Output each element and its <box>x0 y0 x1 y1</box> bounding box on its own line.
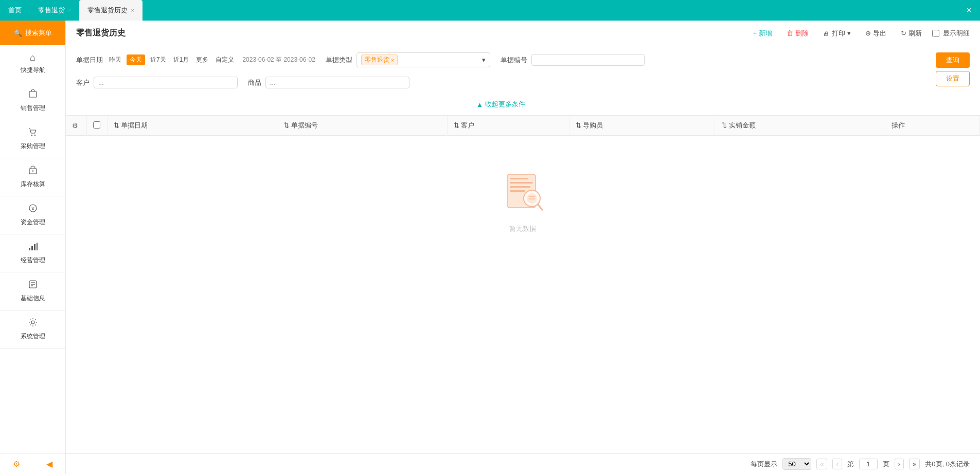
delete-icon: 🗑 <box>787 29 793 37</box>
page-size-label: 每页显示 <box>751 460 777 469</box>
date-opt-today[interactable]: 今天 <box>127 54 145 65</box>
filter-customer: 客户 <box>76 77 238 88</box>
finance-icon: ¥ <box>28 204 38 215</box>
filter-settings-button[interactable]: 设置 <box>936 71 970 86</box>
tab-retail-return[interactable]: 零售退货 × <box>30 0 79 21</box>
svg-rect-20 <box>510 190 525 192</box>
export-button[interactable]: ⊕ 导出 <box>861 27 890 40</box>
date-opt-custom[interactable]: 自定义 <box>213 55 236 65</box>
type-selector[interactable]: 零售退货 × ▾ <box>357 52 490 67</box>
prev-page-button[interactable]: ‹ <box>832 459 842 469</box>
select-all-checkbox[interactable] <box>93 121 100 129</box>
query-button[interactable]: 查询 <box>936 52 970 68</box>
type-label: 单据类型 <box>326 56 352 65</box>
svg-point-1 <box>31 135 32 136</box>
empty-illustration <box>497 167 548 218</box>
svg-point-22 <box>527 193 537 204</box>
basicinfo-icon <box>28 280 38 291</box>
content-area: 零售退货历史 + 新增 🗑 删除 🖨 打印 ▾ ⊕ 导出 ↻ <box>66 21 980 474</box>
date-opt-1month[interactable]: 近1月 <box>171 55 191 65</box>
customer-input[interactable] <box>94 77 238 88</box>
date-label: 单据日期 <box>76 56 103 65</box>
goods-input[interactable] <box>265 77 409 88</box>
sidebar-collapse-icon[interactable]: ◀ <box>46 459 52 469</box>
table-footer: 每页显示 50 20 100 « ‹ 第 1 页 › » 共0页, 0条记录 <box>66 453 980 474</box>
th-settings: ⚙ <box>66 116 86 136</box>
date-opt-more[interactable]: 更多 <box>194 55 210 65</box>
tab-home[interactable]: 首页 <box>0 0 30 21</box>
total-info: 共0页, 0条记录 <box>925 460 970 469</box>
th-operation: 操作 <box>885 116 979 136</box>
date-range-display: 2023-06-02 至 2023-06-02 <box>242 56 315 64</box>
empty-text: 暂无数据 <box>509 224 536 233</box>
purchase-icon <box>28 127 38 139</box>
refresh-button[interactable]: ↻ 刷新 <box>897 27 926 40</box>
svg-point-15 <box>31 321 34 324</box>
filter-date: 单据日期 昨天 今天 近7天 近1月 更多 自定义 2023-06-02 至 2… <box>76 54 315 65</box>
filter-row-2: 客户 商品 <box>76 77 925 88</box>
customer-label: 客户 <box>76 78 90 87</box>
sidebar-item-basicinfo[interactable]: 基础信息 <box>0 272 65 311</box>
main-layout: 🔍 搜索菜单 ⌂ 快捷导航 销售管理 采购管理 库存核算 <box>0 21 980 474</box>
sidebar-item-finance[interactable]: ¥ 资金管理 <box>0 196 65 234</box>
window-close-button[interactable]: × <box>966 5 972 16</box>
table-body: 暂无数据 <box>66 136 980 249</box>
docnumber-input[interactable] <box>531 54 645 66</box>
sidebar-item-sysmanage[interactable]: 系统管理 <box>0 311 65 349</box>
tab-retail-return-history[interactable]: 零售退货历史 × <box>79 0 142 21</box>
svg-rect-7 <box>29 248 30 250</box>
show-detail-checkbox[interactable] <box>932 30 939 37</box>
page-unit: 页 <box>883 460 889 469</box>
empty-cell: 暂无数据 <box>66 136 980 249</box>
tab-retail-return-history-close[interactable]: × <box>131 7 134 13</box>
date-opt-7days[interactable]: 近7天 <box>148 55 168 65</box>
next-page-button[interactable]: › <box>895 459 904 469</box>
tab-retail-return-close[interactable]: × <box>68 7 71 13</box>
sidebar-item-quicknav[interactable]: ⌂ 快捷导航 <box>0 45 65 82</box>
sidebar-item-sales[interactable]: 销售管理 <box>0 82 65 120</box>
search-icon: 🔍 <box>14 29 22 37</box>
sidebar-item-purchase[interactable]: 采购管理 <box>0 120 65 158</box>
th-docnumber: ⇅ 单据编号 <box>277 116 448 136</box>
sidebar-search[interactable]: 🔍 搜索菜单 <box>0 21 65 45</box>
svg-rect-19 <box>510 186 530 188</box>
sales-icon <box>28 89 38 101</box>
page-header: 零售退货历史 + 新增 🗑 删除 🖨 打印 ▾ ⊕ 导出 ↻ <box>66 21 980 46</box>
sidebar-settings-icon[interactable]: ⚙ <box>13 459 20 469</box>
th-date: ⇅ 单据日期 <box>107 116 277 136</box>
home-icon: ⌂ <box>30 52 35 63</box>
page-number-input[interactable]: 1 <box>859 459 878 469</box>
collapse-filter-btn[interactable]: ▲ 收起更多条件 <box>76 98 925 111</box>
last-page-button[interactable]: » <box>909 459 920 469</box>
svg-point-2 <box>34 135 35 136</box>
type-tag-retail: 零售退货 × <box>361 54 398 65</box>
refresh-icon: ↻ <box>901 29 906 37</box>
date-opt-yesterday[interactable]: 昨天 <box>107 55 123 65</box>
sidebar-item-operations[interactable]: 经营管理 <box>0 234 65 272</box>
inventory-icon <box>28 166 38 177</box>
first-page-button[interactable]: « <box>816 459 827 469</box>
print-dropdown-icon: ▾ <box>847 29 851 37</box>
table-container: ⚙ ⇅ 单据日期 ⇅ 单据编号 <box>66 116 980 453</box>
header-actions: + 新增 🗑 删除 🖨 打印 ▾ ⊕ 导出 ↻ 刷新 <box>749 27 970 40</box>
page-size-select[interactable]: 50 20 100 <box>782 458 811 470</box>
svg-rect-9 <box>34 244 35 250</box>
settings-gear-icon[interactable]: ⚙ <box>72 122 78 130</box>
th-guide: ⇅ 导购员 <box>569 116 715 136</box>
print-icon: 🖨 <box>823 29 830 37</box>
sidebar-item-inventory[interactable]: 库存核算 <box>0 158 65 196</box>
th-checkbox <box>86 116 107 136</box>
page-title: 零售退货历史 <box>76 28 126 39</box>
sidebar-bottom: ⚙ ◀ <box>0 453 65 474</box>
empty-row: 暂无数据 <box>66 136 980 249</box>
show-detail-toggle[interactable]: 显示明细 <box>932 29 970 38</box>
operations-icon <box>28 242 38 253</box>
sysmanage-icon <box>28 318 38 330</box>
print-button[interactable]: 🖨 打印 ▾ <box>819 27 855 40</box>
page-label: 第 <box>847 460 854 469</box>
type-tag-close[interactable]: × <box>391 57 394 63</box>
top-bar: 首页 零售退货 × 零售退货历史 × × <box>0 0 980 21</box>
delete-button[interactable]: 🗑 删除 <box>782 27 813 40</box>
data-table: ⚙ ⇅ 单据日期 ⇅ 单据编号 <box>66 116 980 249</box>
new-button[interactable]: + 新增 <box>749 27 776 40</box>
